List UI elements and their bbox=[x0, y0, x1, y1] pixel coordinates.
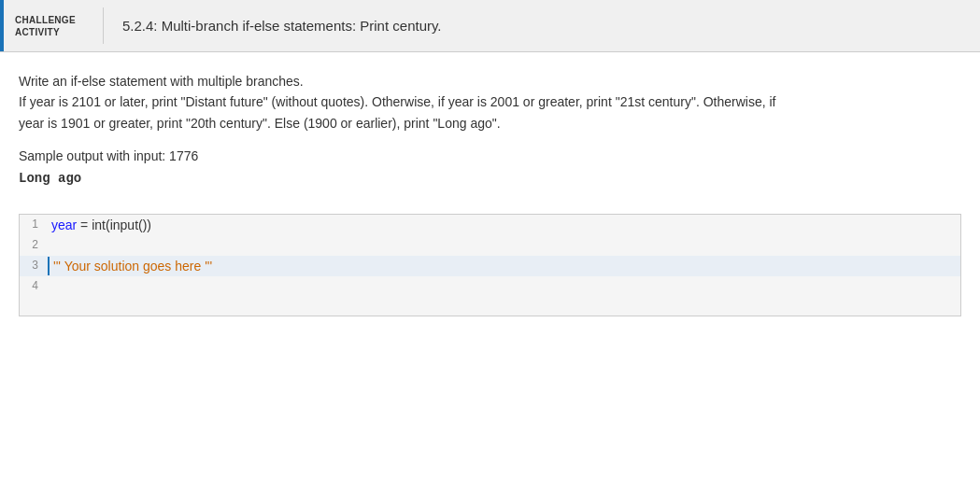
line-content-4 bbox=[48, 277, 960, 281]
sample-output-value: Long ago bbox=[19, 171, 961, 186]
main-content: Write an if-else statement with multiple… bbox=[0, 52, 980, 326]
line-content-1: year = int(input()) bbox=[48, 216, 960, 234]
sample-output-label: Sample output with input: 1776 bbox=[19, 148, 961, 163]
challenge-activity-badge: CHALLENGE ACTIVITY bbox=[0, 0, 103, 51]
activity-description: Write an if-else statement with multiple… bbox=[19, 71, 961, 133]
code-editor[interactable]: 1 year = int(input()) 2 3 ''' Your solut… bbox=[19, 214, 961, 316]
line-content-2 bbox=[48, 236, 960, 240]
challenge-label-text: CHALLENGE ACTIVITY bbox=[15, 14, 76, 38]
page-header: CHALLENGE ACTIVITY 5.2.4: Multi-branch i… bbox=[0, 0, 980, 52]
line-number-1: 1 bbox=[20, 216, 48, 231]
line-number-3: 3 bbox=[20, 257, 48, 272]
code-line-2[interactable]: 2 bbox=[20, 235, 960, 256]
code-line-1[interactable]: 1 year = int(input()) bbox=[20, 215, 960, 235]
line-number-4: 4 bbox=[20, 277, 48, 292]
code-line-4[interactable]: 4 bbox=[20, 276, 960, 297]
line-number-2: 2 bbox=[20, 236, 48, 251]
line-content-3: ''' Your solution goes here ''' bbox=[48, 257, 960, 275]
activity-title: 5.2.4: Multi-branch if-else statements: … bbox=[104, 0, 461, 51]
code-line-3[interactable]: 3 ''' Your solution goes here ''' bbox=[20, 256, 960, 276]
